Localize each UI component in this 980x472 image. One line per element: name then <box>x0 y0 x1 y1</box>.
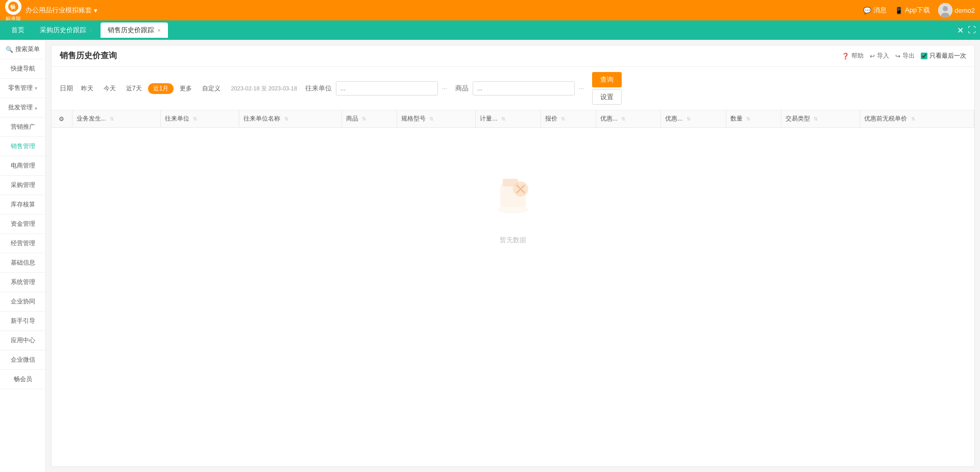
col-pretax-price-label: 优惠前无税单价 <box>864 115 907 122</box>
help-button[interactable]: ❓ 帮助 <box>842 52 864 60</box>
sidebar-item-ecommerce[interactable]: 电商管理 <box>0 156 45 176</box>
app-selector[interactable]: 办公用品行业模拟账套 ▾ <box>26 6 97 15</box>
filter-bar: 日期 昨天 今天 近7天 近1月 更多 自定义 2023-02-18 至 202… <box>52 67 974 110</box>
sort-icon-discount2: ⇅ <box>687 116 691 122</box>
table-col-product[interactable]: 商品 ⇅ <box>341 110 397 128</box>
tab-purchase-close[interactable]: × <box>89 27 92 33</box>
dropdown-arrow-icon: ▾ <box>94 7 97 14</box>
table-col-pretax-price[interactable]: 优惠前无税单价 ⇅ <box>860 110 974 128</box>
table-col-unit[interactable]: 计量... ⇅ <box>476 110 541 128</box>
maximize-window-button[interactable]: ⛶ <box>968 26 976 35</box>
date-opt-today[interactable]: 今天 <box>100 83 120 94</box>
main-layout: 🔍 搜索菜单 快捷导航 零售管理 ▾ 批发管理 ▴ 营销推广 销售管理 电商管理… <box>0 40 980 472</box>
sidebar-item-operations[interactable]: 经营管理 <box>0 234 45 253</box>
settings-button[interactable]: 设置 <box>592 89 622 105</box>
partner-filter-input[interactable] <box>336 81 438 96</box>
date-opt-1month[interactable]: 近1月 <box>148 83 174 94</box>
partner-ellipsis-icon[interactable]: ··· <box>442 85 447 92</box>
tab-bar-actions: ✕ ⛶ <box>957 26 976 35</box>
table-col-partner-code[interactable]: 往来单位 ⇅ <box>161 110 239 128</box>
tab-home[interactable]: 首页 <box>4 22 32 38</box>
table-col-spec[interactable]: 规格型号 ⇅ <box>397 110 476 128</box>
table-header: ⚙ 业务发生... ⇅ 往来单位 ⇅ 往来单位名称 <box>52 110 974 128</box>
export-button[interactable]: ↪ 导出 <box>895 52 915 60</box>
empty-illustration <box>487 169 538 229</box>
query-button[interactable]: 查询 <box>592 72 622 87</box>
sidebar-item-system[interactable]: 系统管理 <box>0 273 45 292</box>
sort-icon-biz-date: ⇅ <box>110 116 114 122</box>
help-label: 帮助 <box>851 52 864 60</box>
app-download-button[interactable]: 📱 App下载 <box>895 6 930 15</box>
sort-icon-spec: ⇅ <box>429 116 433 122</box>
sidebar-item-newbie-guide[interactable]: 新手引导 <box>0 312 45 331</box>
sidebar-item-member[interactable]: 畅会员 <box>0 370 45 389</box>
top-bar-right: 💬 消息 📱 App下载 demo2 <box>863 3 975 17</box>
sidebar-item-app-center[interactable]: 应用中心 <box>0 331 45 350</box>
table-col-discount1[interactable]: 优惠... ⇅ <box>596 110 661 128</box>
table-col-discount2[interactable]: 优惠... ⇅ <box>661 110 726 128</box>
tab-purchase-label: 采购历史价跟踪 <box>40 26 86 35</box>
tab-sales-label: 销售历史价跟踪 <box>108 26 154 35</box>
date-opt-more[interactable]: 更多 <box>176 83 196 94</box>
partner-filter-group: 往来单位 ··· <box>305 81 447 96</box>
sidebar-label-enterprise-wechat: 企业微信 <box>11 356 35 364</box>
page-header-actions: ❓ 帮助 ↩ 导入 ↪ 导出 只看最后一次 <box>842 52 966 60</box>
sidebar-label-purchase: 采购管理 <box>11 181 35 190</box>
sidebar-label-basic-info: 基础信息 <box>11 258 35 267</box>
table-col-settings[interactable]: ⚙ <box>52 110 72 128</box>
sidebar-label-sales: 销售管理 <box>11 142 35 151</box>
sidebar-item-sales[interactable]: 销售管理 <box>0 137 45 156</box>
table-col-trade-type[interactable]: 交易类型 ⇅ <box>781 110 860 128</box>
table-col-partner-name[interactable]: 往来单位名称 ⇅ <box>239 110 341 128</box>
sidebar-item-basic-info[interactable]: 基础信息 <box>0 253 45 273</box>
date-options: 昨天 今天 近7天 近1月 更多 自定义 <box>77 83 225 94</box>
sidebar-item-retail[interactable]: 零售管理 ▾ <box>0 79 45 98</box>
table-container: ⚙ 业务发生... ⇅ 往来单位 ⇅ 往来单位名称 <box>52 110 974 286</box>
sort-icon-product: ⇅ <box>362 116 366 122</box>
avatar-svg <box>938 3 952 17</box>
sidebar-item-enterprise-collab[interactable]: 企业协同 <box>0 292 45 312</box>
col-unit-label: 计量... <box>480 115 497 122</box>
close-window-button[interactable]: ✕ <box>957 26 964 35</box>
table-col-quantity[interactable]: 数量 ⇅ <box>726 110 781 128</box>
sidebar-label-member: 畅会员 <box>14 375 32 384</box>
export-label: 导出 <box>902 52 915 60</box>
table-col-quote[interactable]: 报价 ⇅ <box>541 110 596 128</box>
sort-icon-discount1: ⇅ <box>621 116 625 122</box>
brand-logo-svg: 畅 <box>7 1 19 13</box>
tab-purchase-history[interactable]: 采购历史价跟踪 × <box>33 22 100 38</box>
empty-svg <box>487 169 538 220</box>
tab-sales-history[interactable]: 销售历史价跟踪 × <box>101 22 167 38</box>
sidebar-item-quicknav[interactable]: 快捷导航 <box>0 59 45 79</box>
table-col-biz-date[interactable]: 业务发生... ⇅ <box>72 110 161 128</box>
col-quote-label: 报价 <box>545 115 557 122</box>
col-discount2-label: 优惠... <box>665 115 682 122</box>
only-last-checkbox[interactable] <box>921 53 927 59</box>
sidebar-label-inventory: 库存核算 <box>11 200 35 209</box>
chevron-down-icon-retail: ▾ <box>35 85 37 91</box>
content-area: 销售历史价查询 ❓ 帮助 ↩ 导入 ↪ 导出 <box>46 40 980 472</box>
user-area[interactable]: demo2 <box>938 3 975 17</box>
import-button[interactable]: ↩ 导入 <box>870 52 889 60</box>
user-name: demo2 <box>954 7 975 14</box>
only-last-checkbox-group: 只看最后一次 <box>921 52 966 60</box>
col-partner-code-label: 往来单位 <box>165 115 189 122</box>
product-ellipsis-icon[interactable]: ··· <box>579 85 584 92</box>
sidebar-label-system: 系统管理 <box>11 278 35 287</box>
sidebar-item-inventory[interactable]: 库存核算 <box>0 195 45 215</box>
sidebar-label-search: 搜索菜单 <box>15 45 40 54</box>
tab-sales-close[interactable]: × <box>157 27 160 33</box>
product-filter-input[interactable] <box>473 81 575 96</box>
sidebar-item-purchase[interactable]: 采购管理 <box>0 176 45 195</box>
sidebar-item-search[interactable]: 🔍 搜索菜单 <box>0 40 45 59</box>
date-opt-yesterday[interactable]: 昨天 <box>77 83 97 94</box>
sidebar-item-wholesale[interactable]: 批发管理 ▴ <box>0 98 45 117</box>
date-opt-custom[interactable]: 自定义 <box>198 83 225 94</box>
sidebar-item-marketing[interactable]: 营销推广 <box>0 117 45 137</box>
message-button[interactable]: 💬 消息 <box>863 6 887 15</box>
date-opt-7days[interactable]: 近7天 <box>122 83 146 94</box>
sidebar-item-enterprise-wechat[interactable]: 企业微信 <box>0 350 45 370</box>
partner-filter-label: 往来单位 <box>305 84 332 93</box>
sidebar-item-finance[interactable]: 资金管理 <box>0 215 45 234</box>
col-trade-type-label: 交易类型 <box>786 115 810 122</box>
